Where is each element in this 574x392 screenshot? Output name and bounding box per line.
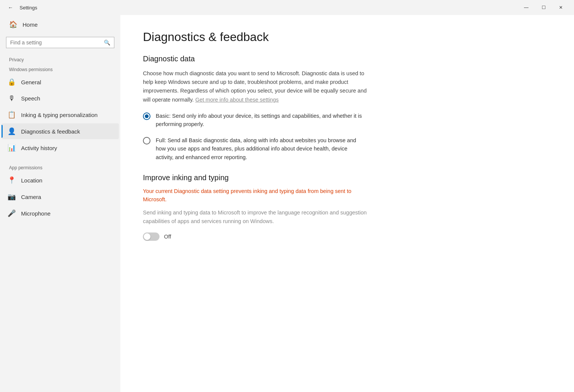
radio-full-circle[interactable] [143, 137, 150, 144]
title-bar: ← Settings — ☐ ✕ [0, 0, 574, 15]
toggle-thumb [144, 233, 150, 240]
sidebar-item-location[interactable]: 📍 Location [2, 172, 119, 188]
back-button[interactable]: ← [5, 2, 17, 14]
sidebar-item-microphone[interactable]: 🎤 Microphone [2, 205, 119, 221]
inking-warning-text: Your current Diagnostic data setting pre… [143, 187, 369, 204]
close-button[interactable]: ✕ [552, 2, 569, 14]
app-permissions-label: App permissions [0, 162, 120, 172]
sidebar-item-speech-label: Speech [21, 95, 40, 102]
sidebar-item-location-label: Location [21, 177, 43, 184]
inking-description-text: Send inking and typing data to Microsoft… [143, 208, 369, 226]
section-divider [143, 161, 551, 173]
inking-toggle-row: Off [143, 232, 551, 241]
sidebar-item-activity-label: Activity history [21, 145, 57, 151]
search-icon: 🔍 [104, 40, 110, 46]
privacy-section-label: Privacy [0, 54, 120, 64]
lock-icon: 🔒 [8, 78, 16, 86]
sidebar-item-general[interactable]: 🔒 General [2, 74, 119, 90]
camera-icon: 📷 [8, 193, 16, 201]
sidebar-item-home[interactable]: 🏠 Home [3, 17, 117, 32]
diagnostic-data-description: Choose how much diagnostic data you want… [143, 69, 369, 104]
sidebar-item-diagnostics[interactable]: 👤 Diagnostics & feedback [2, 123, 119, 139]
sidebar-item-diagnostics-label: Diagnostics & feedback [21, 128, 80, 135]
sidebar-item-speech[interactable]: 🎙 Speech [2, 91, 119, 106]
diagnostic-radio-group: Basic: Send only info about your device,… [143, 112, 551, 161]
speech-icon: 🎙 [8, 94, 16, 102]
improve-inking-section-title: Improve inking and typing [143, 173, 551, 182]
radio-basic-label: Basic: Send only info about your device,… [156, 112, 363, 129]
maximize-button[interactable]: ☐ [535, 2, 552, 14]
sidebar-item-camera[interactable]: 📷 Camera [2, 189, 119, 205]
home-label: Home [23, 21, 38, 28]
sidebar-item-inking-label: Inking & typing personalization [21, 112, 97, 118]
app-title: Settings [20, 5, 518, 11]
radio-option-basic[interactable]: Basic: Send only info about your device,… [143, 112, 551, 129]
radio-option-full[interactable]: Full: Send all Basic diagnostic data, al… [143, 136, 551, 161]
home-icon: 🏠 [9, 20, 17, 29]
search-input[interactable] [10, 40, 104, 46]
inking-toggle[interactable] [143, 232, 159, 241]
sidebar-item-activity[interactable]: 📊 Activity history [2, 140, 119, 156]
radio-full-label: Full: Send all Basic diagnostic data, al… [156, 136, 363, 161]
sidebar: 🏠 Home 🔍 Privacy Windows permissions 🔒 G… [0, 15, 120, 392]
sidebar-item-microphone-label: Microphone [21, 210, 50, 217]
sidebar-item-general-label: General [21, 79, 41, 85]
more-info-link[interactable]: Get more info about these settings [195, 97, 279, 103]
content-area: Diagnostics & feedback Diagnostic data C… [120, 15, 574, 392]
microphone-icon: 🎤 [8, 209, 16, 217]
location-icon: 📍 [8, 176, 16, 184]
window-controls: — ☐ ✕ [518, 2, 569, 14]
minimize-button[interactable]: — [518, 2, 535, 14]
search-box[interactable]: 🔍 [6, 37, 114, 48]
sidebar-item-inking[interactable]: 📋 Inking & typing personalization [2, 107, 119, 123]
activity-icon: 📊 [8, 144, 16, 152]
toggle-label: Off [164, 234, 171, 240]
inking-icon: 📋 [8, 111, 16, 119]
diagnostic-data-section-title: Diagnostic data [143, 55, 551, 63]
radio-basic-circle[interactable] [143, 112, 150, 120]
page-title: Diagnostics & feedback [143, 30, 551, 44]
app-body: 🏠 Home 🔍 Privacy Windows permissions 🔒 G… [0, 15, 574, 392]
sidebar-item-camera-label: Camera [21, 194, 41, 200]
diagnostics-icon: 👤 [8, 127, 16, 135]
windows-permissions-label: Windows permissions [0, 64, 120, 74]
